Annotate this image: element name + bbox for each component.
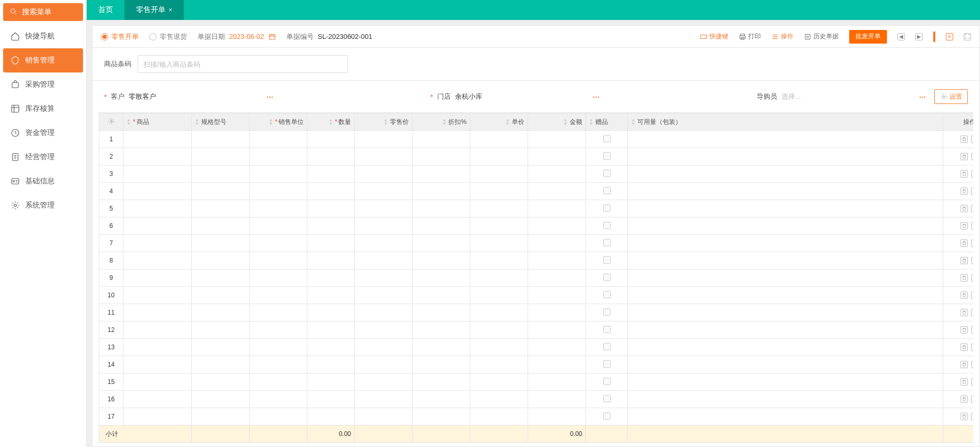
table-row[interactable]: 17 xyxy=(99,408,974,425)
doc-date-value[interactable]: 2023-06-02 xyxy=(229,33,264,40)
tab-retail-order[interactable]: 零售开单 × xyxy=(125,0,184,20)
delete-row-button[interactable] xyxy=(961,136,968,143)
sidebar-item-1[interactable]: 销售管理 xyxy=(3,48,83,72)
table-row[interactable]: 12 xyxy=(99,321,974,339)
delete-row-button[interactable] xyxy=(961,309,968,316)
delete-row-button[interactable] xyxy=(961,240,968,247)
sidebar-item-4[interactable]: 资金管理 xyxy=(3,121,83,145)
gift-checkbox[interactable] xyxy=(603,291,611,298)
add-row-button[interactable] xyxy=(971,170,974,178)
gift-checkbox[interactable] xyxy=(603,152,611,160)
add-row-button[interactable] xyxy=(971,309,974,316)
salesman-picker-icon[interactable]: ⋯ xyxy=(917,93,929,101)
add-row-button[interactable] xyxy=(971,274,974,282)
gift-checkbox[interactable] xyxy=(603,239,611,246)
add-row-button[interactable] xyxy=(971,222,974,230)
gift-checkbox[interactable] xyxy=(603,256,611,264)
barcode-input[interactable] xyxy=(138,55,348,73)
tab-home[interactable]: 首页 xyxy=(87,0,125,20)
add-row-button[interactable] xyxy=(971,413,974,420)
add-row-button[interactable] xyxy=(971,153,974,160)
operate-button[interactable]: 操作 xyxy=(771,32,793,41)
prev-doc-button[interactable]: ◀ xyxy=(898,33,905,40)
delete-row-button[interactable] xyxy=(961,257,968,264)
table-row[interactable]: 15 xyxy=(99,373,974,391)
close-icon[interactable]: × xyxy=(169,6,172,14)
table-row[interactable]: 6 xyxy=(99,217,974,235)
delete-row-button[interactable] xyxy=(961,326,968,334)
gift-checkbox[interactable] xyxy=(603,326,611,333)
col-retail[interactable]: ▲▼零售价 xyxy=(355,113,412,131)
customer-picker-icon[interactable]: ⋯ xyxy=(264,93,276,101)
gift-checkbox[interactable] xyxy=(603,170,611,177)
col-gear[interactable] xyxy=(99,113,123,131)
col-product[interactable]: ▲▼*商品 xyxy=(123,113,192,131)
bulk-order-button[interactable]: 批发开单 xyxy=(849,30,887,44)
add-row-button[interactable] xyxy=(971,292,974,299)
table-row[interactable]: 8 xyxy=(99,252,974,269)
table-row[interactable]: 7 xyxy=(99,235,974,252)
order-grid[interactable]: ▲▼*商品 ▲▼规格型号 ▲▼*销售单位 ▲▼*数量 ▲▼零售价 ▲▼折扣% ▲… xyxy=(99,113,973,446)
table-row[interactable]: 14 xyxy=(99,356,974,373)
expand-button[interactable]: ⛶ xyxy=(964,33,971,40)
delete-row-button[interactable] xyxy=(961,170,968,178)
table-row[interactable]: 5 xyxy=(99,200,974,217)
table-row[interactable]: 1 xyxy=(99,131,974,148)
col-spec[interactable]: ▲▼规格型号 xyxy=(192,113,250,131)
col-qty[interactable]: ▲▼*数量 xyxy=(307,113,355,131)
add-row-button[interactable] xyxy=(971,188,974,195)
delete-row-button[interactable] xyxy=(961,188,968,195)
sidebar-item-2[interactable]: 采购管理 xyxy=(3,72,83,97)
delete-row-button[interactable] xyxy=(961,361,968,368)
gift-checkbox[interactable] xyxy=(603,222,611,229)
table-row[interactable]: 4 xyxy=(99,183,974,200)
sidebar-item-7[interactable]: 系统管理 xyxy=(3,193,83,217)
gift-checkbox[interactable] xyxy=(603,204,611,212)
table-row[interactable]: 3 xyxy=(99,165,974,183)
print-button[interactable]: 打印 xyxy=(739,32,761,41)
table-row[interactable]: 13 xyxy=(99,339,974,356)
gift-checkbox[interactable] xyxy=(603,360,611,368)
delete-row-button[interactable] xyxy=(961,292,968,299)
add-row-button[interactable] xyxy=(971,257,974,264)
table-row[interactable]: 11 xyxy=(99,304,974,321)
layout-toggle-button[interactable]: ≡ xyxy=(946,33,953,40)
add-row-button[interactable] xyxy=(971,136,974,143)
table-row[interactable]: 2 xyxy=(99,148,974,165)
gift-checkbox[interactable] xyxy=(603,308,611,316)
col-discount[interactable]: ▲▼折扣% xyxy=(412,113,470,131)
table-row[interactable]: 9 xyxy=(99,269,974,287)
add-row-button[interactable] xyxy=(971,396,974,403)
next-doc-button[interactable]: ▶ xyxy=(915,33,923,40)
table-row[interactable]: 16 xyxy=(99,391,974,408)
add-row-button[interactable] xyxy=(971,240,974,247)
gift-checkbox[interactable] xyxy=(603,395,611,402)
sidebar-item-0[interactable]: 快捷导航 xyxy=(3,24,83,48)
calendar-icon[interactable] xyxy=(269,33,276,40)
delete-row-button[interactable] xyxy=(961,222,968,230)
delete-row-button[interactable] xyxy=(961,413,968,420)
sidebar-item-6[interactable]: 基础信息 xyxy=(3,169,83,193)
hotkey-button[interactable]: 快捷键 xyxy=(700,32,728,41)
store-picker-icon[interactable]: ⋯ xyxy=(591,93,603,101)
store-field[interactable]: * 门店 余杭小库 ⋯ xyxy=(430,89,603,104)
radio-return[interactable]: 零售退货 xyxy=(149,32,187,41)
table-row[interactable]: 10 xyxy=(99,287,974,304)
delete-row-button[interactable] xyxy=(961,274,968,282)
add-row-button[interactable] xyxy=(971,344,974,351)
delete-row-button[interactable] xyxy=(961,344,968,351)
sidebar-item-5[interactable]: 经营管理 xyxy=(3,145,83,169)
delete-row-button[interactable] xyxy=(961,153,968,160)
add-row-button[interactable] xyxy=(971,361,974,368)
radio-sale[interactable]: 零售开单 xyxy=(101,32,139,41)
col-gift[interactable]: ▲▼赠品 xyxy=(586,113,628,131)
col-amount[interactable]: ▲▼金额 xyxy=(528,113,586,131)
col-avail[interactable]: ▲▼可用量（包装） xyxy=(628,113,943,131)
sidebar-item-3[interactable]: 库存核算 xyxy=(3,97,83,121)
col-unit[interactable]: ▲▼*销售单位 xyxy=(250,113,307,131)
gift-checkbox[interactable] xyxy=(603,274,611,281)
search-menu-button[interactable]: 搜索菜单 xyxy=(3,3,83,21)
delete-row-button[interactable] xyxy=(961,396,968,403)
gift-checkbox[interactable] xyxy=(603,187,611,194)
customer-field[interactable]: * 客户 零散客户 ⋯ xyxy=(104,89,276,104)
